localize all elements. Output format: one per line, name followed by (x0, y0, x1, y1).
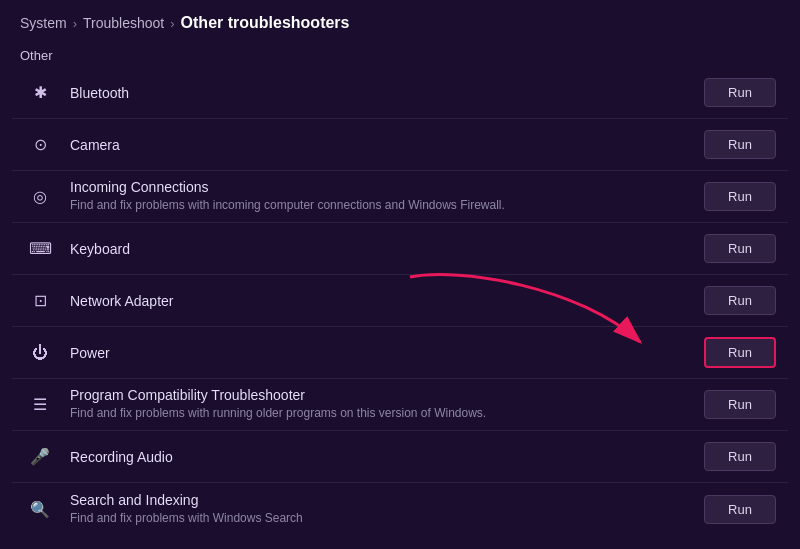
item-title-search-indexing: Search and Indexing (70, 492, 688, 508)
item-content-search-indexing: Search and IndexingFind and fix problems… (70, 484, 688, 535)
search-icon: 🔍 (24, 500, 56, 519)
keyboard-icon: ⌨ (24, 239, 56, 258)
item-desc-search-indexing: Find and fix problems with Windows Searc… (70, 510, 688, 527)
item-content-incoming-connections: Incoming ConnectionsFind and fix problem… (70, 171, 688, 222)
item-action-bluetooth: Run (704, 78, 776, 107)
item-content-network-adapter: Network Adapter (70, 285, 688, 317)
run-button-recording-audio[interactable]: Run (704, 442, 776, 471)
breadcrumb-troubleshoot[interactable]: Troubleshoot (83, 15, 164, 31)
run-button-search-indexing[interactable]: Run (704, 495, 776, 524)
troubleshooter-item-program-compatibility: ☰Program Compatibility TroubleshooterFin… (12, 379, 788, 431)
item-content-keyboard: Keyboard (70, 233, 688, 265)
item-action-keyboard: Run (704, 234, 776, 263)
item-content-recording-audio: Recording Audio (70, 441, 688, 473)
breadcrumb-current: Other troubleshooters (181, 14, 350, 32)
troubleshooter-item-keyboard: ⌨KeyboardRun (12, 223, 788, 275)
item-content-camera: Camera (70, 129, 688, 161)
run-button-incoming-connections[interactable]: Run (704, 182, 776, 211)
item-title-camera: Camera (70, 137, 688, 153)
troubleshooter-item-camera: ⊙CameraRun (12, 119, 788, 171)
troubleshooter-list: ✱BluetoothRun⊙CameraRun◎Incoming Connect… (0, 67, 800, 535)
item-action-incoming-connections: Run (704, 182, 776, 211)
troubleshooter-item-recording-audio: 🎤Recording AudioRun (12, 431, 788, 483)
troubleshooter-item-network-adapter: ⊡Network AdapterRun (12, 275, 788, 327)
item-desc-program-compatibility: Find and fix problems with running older… (70, 405, 688, 422)
item-action-search-indexing: Run (704, 495, 776, 524)
item-content-power: Power (70, 337, 688, 369)
section-label: Other (0, 42, 800, 67)
breadcrumb-sep-2: › (170, 16, 174, 31)
power-icon: ⏻ (24, 344, 56, 362)
item-action-recording-audio: Run (704, 442, 776, 471)
item-action-program-compatibility: Run (704, 390, 776, 419)
item-action-network-adapter: Run (704, 286, 776, 315)
item-action-power: Run (704, 337, 776, 368)
item-content-program-compatibility: Program Compatibility TroubleshooterFind… (70, 379, 688, 430)
item-title-recording-audio: Recording Audio (70, 449, 688, 465)
run-button-bluetooth[interactable]: Run (704, 78, 776, 107)
breadcrumb-sep-1: › (73, 16, 77, 31)
item-title-program-compatibility: Program Compatibility Troubleshooter (70, 387, 688, 403)
run-button-power[interactable]: Run (704, 337, 776, 368)
wifi-icon: ◎ (24, 187, 56, 206)
item-title-power: Power (70, 345, 688, 361)
run-button-camera[interactable]: Run (704, 130, 776, 159)
troubleshooter-item-incoming-connections: ◎Incoming ConnectionsFind and fix proble… (12, 171, 788, 223)
run-button-program-compatibility[interactable]: Run (704, 390, 776, 419)
network-icon: ⊡ (24, 291, 56, 310)
item-title-keyboard: Keyboard (70, 241, 688, 257)
run-button-keyboard[interactable]: Run (704, 234, 776, 263)
item-content-bluetooth: Bluetooth (70, 77, 688, 109)
item-desc-incoming-connections: Find and fix problems with incoming comp… (70, 197, 688, 214)
breadcrumb-system[interactable]: System (20, 15, 67, 31)
item-title-incoming-connections: Incoming Connections (70, 179, 688, 195)
camera-icon: ⊙ (24, 135, 56, 154)
troubleshooter-item-search-indexing: 🔍Search and IndexingFind and fix problem… (12, 483, 788, 535)
troubleshooter-item-bluetooth: ✱BluetoothRun (12, 67, 788, 119)
run-button-network-adapter[interactable]: Run (704, 286, 776, 315)
troubleshooter-item-power: ⏻PowerRun (12, 327, 788, 379)
breadcrumb: System › Troubleshoot › Other troublesho… (0, 0, 800, 42)
bluetooth-icon: ✱ (24, 83, 56, 102)
item-title-bluetooth: Bluetooth (70, 85, 688, 101)
item-title-network-adapter: Network Adapter (70, 293, 688, 309)
mic-icon: 🎤 (24, 447, 56, 466)
compat-icon: ☰ (24, 395, 56, 414)
item-action-camera: Run (704, 130, 776, 159)
